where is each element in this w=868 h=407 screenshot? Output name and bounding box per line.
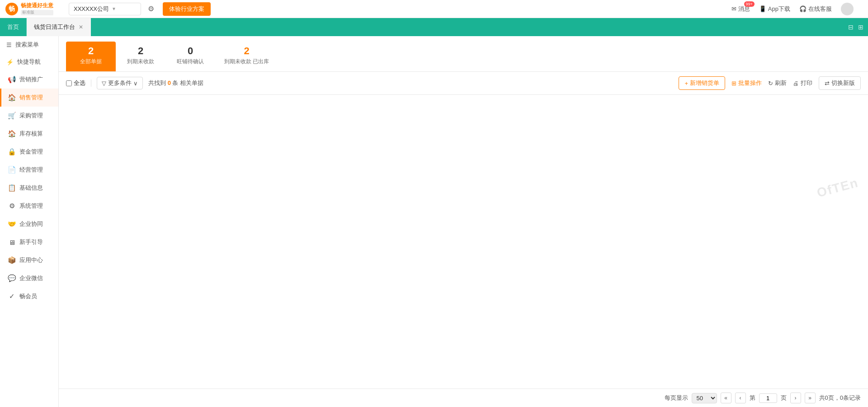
tab-minimize-button[interactable]: ⊟ [848,23,854,31]
purchase-label: 采购管理 [19,112,43,120]
finance-label: 资金管理 [19,148,43,156]
page-number-input[interactable] [759,393,777,403]
stat-all-num: 2 [75,45,107,57]
stat-tab-overdue[interactable]: 2 到期未收款 [116,42,165,71]
filter-dropdown-icon: ∨ [133,80,138,87]
tab-workbench-close[interactable]: ✕ [79,24,83,30]
trial-button[interactable]: 体验行业方案 [163,2,211,16]
stat-overdue-num: 2 [125,45,156,57]
found-prefix: 共找到 [148,80,166,86]
cooperation-label: 企业协同 [19,220,43,228]
basic-label: 基础信息 [19,184,43,192]
logo-badge: 标准版 [21,10,53,15]
switch-version-button[interactable]: ⇄ 切换新版 [819,76,861,90]
filter-button[interactable]: ▽ 更多条件 ∨ [97,77,143,89]
tab-workbench[interactable]: 钱货日清工作台 ✕ [27,18,91,36]
inventory-icon: 🏠 [8,130,16,138]
tab-bar-actions: ⊟ ⊞ [848,18,868,36]
sidebar-item-system[interactable]: ⚙ 系统管理 [0,197,58,215]
pagination: 每页显示 50 100 200 « ‹ 第 页 › » 共0页，0条记录 [59,388,868,407]
tab-home[interactable]: 首页 [0,18,27,36]
sidebar-item-inventory[interactable]: 🏠 库存核算 [0,125,58,143]
tab-bar: 首页 钱货日清工作台 ✕ ⊟ ⊞ [0,18,868,36]
appstore-icon: 📦 [8,256,16,264]
sidebar-search-item[interactable]: ☰ 搜索菜单 [0,36,58,53]
select-all-checkbox[interactable]: 全选 [66,79,85,87]
main-layout: ☰ 搜索菜单 ⚡ 快捷导航 📢 营销推广 🏠 销售管理 🛒 采购管理 🏠 库存核… [0,36,868,407]
toolbar: 全选 ▽ 更多条件 ∨ 共找到 0 条 相关单据 + 新增销货单 ⊞ [59,72,868,95]
logo-area: 畅 畅捷通好生意 标准版 [5,2,64,15]
stat-all-label: 全部单据 [75,58,107,65]
batch-label: 批量操作 [738,79,762,87]
found-text: 共找到 0 条 相关单据 [148,79,203,87]
stat-overdue-out-label: 到期未收款 已出库 [224,58,269,65]
found-suffix: 条 相关单据 [172,80,203,86]
sidebar-item-cooperation[interactable]: 🤝 企业协同 [0,215,58,233]
toolbar-right: + 新增销货单 ⊞ 批量操作 ↻ 刷新 🖨 打印 ⇄ 切换新版 [679,76,861,90]
per-page-select[interactable]: 50 100 200 [692,393,717,403]
tab-maximize-button[interactable]: ⊞ [858,23,863,31]
logo-icon: 畅 [5,3,18,15]
sidebar-item-sales[interactable]: 🏠 销售管理 [0,89,58,107]
add-btn-label: 新增销货单 [690,79,719,87]
wechat-label: 企业微信 [19,274,43,282]
sidebar-item-quicknav[interactable]: ⚡ 快捷导航 [0,53,58,70]
stat-tab-all[interactable]: 2 全部单据 [66,42,116,71]
sidebar-item-basic[interactable]: 📋 基础信息 [0,179,58,197]
sidebar-item-guide[interactable]: 🖥 新手引导 [0,233,58,251]
finance-icon: 🔒 [8,148,16,156]
add-sales-order-button[interactable]: + 新增销货单 [679,76,725,90]
operations-label: 经营管理 [19,166,43,174]
sidebar-item-finance[interactable]: 🔒 资金管理 [0,143,58,161]
sidebar-item-marketing[interactable]: 📢 营销推广 [0,70,58,89]
company-selector[interactable]: XXXXXX公司 ▼ [69,3,141,15]
member-label: 畅会员 [19,292,37,300]
app-download-button[interactable]: 📱 App下载 [759,5,790,13]
select-all-input[interactable] [66,80,72,86]
sales-label: 销售管理 [19,94,43,102]
user-avatar[interactable] [841,3,854,15]
operations-icon: 📄 [8,166,16,174]
print-button[interactable]: 🖨 打印 [793,79,812,87]
print-icon: 🖨 [793,80,799,87]
member-icon: ✓ [8,292,16,300]
message-badge: 99+ [744,1,755,7]
stat-overdue-out-num: 2 [224,45,269,57]
sidebar-item-appstore[interactable]: 📦 应用中心 [0,251,58,269]
quicknav-icon: ⚡ [6,59,14,65]
batch-operation-button[interactable]: ⊞ 批量操作 [731,79,762,87]
stat-tab-wangwang[interactable]: 0 旺铺待确认 [165,42,215,71]
stat-tab-overdue-out[interactable]: 2 到期未收款 已出库 [215,42,278,71]
appstore-label: 应用中心 [19,256,43,264]
first-page-button[interactable]: « [721,393,731,403]
total-records: 共0页，0条记录 [819,394,861,402]
refresh-button[interactable]: ↻ 刷新 [768,79,787,87]
app-download-icon: 📱 [759,5,766,12]
search-icon: ☰ [6,42,12,48]
switch-icon: ⇄ [825,80,830,87]
service-label: 在线客服 [808,5,832,13]
page-suffix: 页 [781,394,787,402]
cooperation-icon: 🤝 [8,220,16,228]
logo-app-name: 畅捷通好生意 [21,2,53,9]
settings-button[interactable]: ⚙ [145,3,157,15]
sidebar-item-wechat[interactable]: 💬 企业微信 [0,269,58,287]
filter-icon: ▽ [102,80,106,87]
next-page-button[interactable]: › [790,393,801,403]
refresh-label: 刷新 [775,79,787,87]
sidebar-item-operations[interactable]: 📄 经营管理 [0,161,58,179]
tab-home-label: 首页 [7,23,19,31]
stats-tabs: 2 全部单据 2 到期未收款 0 旺铺待确认 2 到期未收款 已出库 [59,36,868,72]
page-prefix: 第 [750,394,755,402]
sidebar-item-member[interactable]: ✓ 畅会员 [0,287,58,305]
message-button[interactable]: ✉ 消息 99+ [731,5,750,13]
last-page-button[interactable]: » [805,393,816,403]
marketing-icon: 📢 [8,75,16,84]
prev-page-button[interactable]: ‹ [735,393,746,403]
sidebar-item-purchase[interactable]: 🛒 采购管理 [0,107,58,125]
select-all-label: 全选 [74,79,85,87]
sidebar-search-label: 搜索菜单 [15,41,39,49]
online-service-button[interactable]: 🎧 在线客服 [799,5,832,13]
inventory-label: 库存核算 [19,130,43,138]
found-num: 0 [168,80,171,86]
